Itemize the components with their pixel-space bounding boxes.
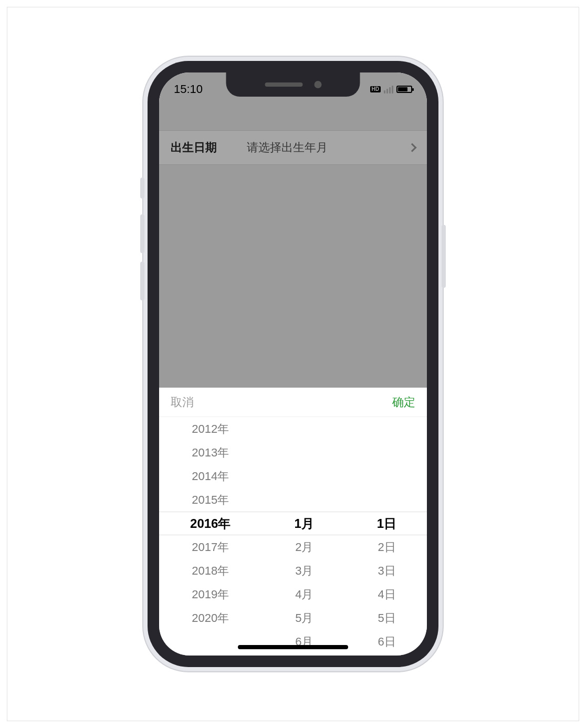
month-option[interactable]: 2月: [262, 535, 347, 559]
speaker-grille: [265, 82, 302, 87]
year-option[interactable]: 2020年: [159, 606, 262, 630]
year-option[interactable]: 2015年: [159, 488, 262, 512]
day-option-selected[interactable]: 1日: [347, 512, 427, 535]
power-btn: [442, 225, 446, 288]
day-spacer: [347, 488, 427, 512]
phone-frame: 出生日期 请选择出生年月 15:10 HD: [143, 57, 443, 671]
year-option[interactable]: 2018年: [159, 559, 262, 583]
month-spacer: [262, 441, 347, 464]
volume-down-btn: [140, 262, 144, 300]
cancel-button[interactable]: 取消: [171, 394, 194, 410]
date-picker-sheet: 取消 确定 2012年 2013年 2014年 2015年 2016年 2017…: [159, 388, 427, 656]
day-option[interactable]: 5日: [347, 606, 427, 630]
year-option[interactable]: 2013年: [159, 441, 262, 464]
day-option[interactable]: 6日: [347, 630, 427, 653]
day-option[interactable]: 2日: [347, 535, 427, 559]
phone-bezel: 出生日期 请选择出生年月 15:10 HD: [148, 61, 438, 667]
day-spacer: [347, 417, 427, 441]
home-indicator[interactable]: [238, 645, 348, 649]
year-option[interactable]: 2014年: [159, 464, 262, 488]
day-option[interactable]: 4日: [347, 583, 427, 606]
day-spacer: [347, 464, 427, 488]
confirm-button[interactable]: 确定: [392, 394, 415, 410]
day-option[interactable]: 3日: [347, 559, 427, 583]
year-option[interactable]: 2019年: [159, 583, 262, 606]
volume-up-btn: [140, 214, 144, 253]
month-spacer: [262, 488, 347, 512]
month-option[interactable]: 4月: [262, 583, 347, 606]
year-column[interactable]: 2012年 2013年 2014年 2015年 2016年 2017年 2018…: [159, 417, 262, 656]
day-column[interactable]: 1日 2日 3日 4日 5日 6日: [347, 417, 427, 656]
screen: 出生日期 请选择出生年月 15:10 HD: [159, 72, 427, 656]
picker-header: 取消 确定: [159, 388, 427, 417]
year-option[interactable]: 2012年: [159, 417, 262, 441]
notch: [226, 72, 360, 97]
month-column[interactable]: 1月 2月 3月 4月 5月 6月: [262, 417, 347, 656]
month-option[interactable]: 5月: [262, 606, 347, 630]
month-spacer: [262, 464, 347, 488]
front-camera: [314, 81, 321, 88]
year-option[interactable]: 2017年: [159, 535, 262, 559]
month-option-selected[interactable]: 1月: [262, 512, 347, 535]
picker-body: 2012年 2013年 2014年 2015年 2016年 2017年 2018…: [159, 417, 427, 656]
page-canvas: 出生日期 请选择出生年月 15:10 HD: [7, 7, 579, 721]
month-option[interactable]: 3月: [262, 559, 347, 583]
month-spacer: [262, 417, 347, 441]
month-option[interactable]: 6月: [262, 630, 347, 653]
year-option-selected[interactable]: 2016年: [159, 512, 262, 535]
day-spacer: [347, 441, 427, 464]
mute-switch: [140, 178, 144, 199]
